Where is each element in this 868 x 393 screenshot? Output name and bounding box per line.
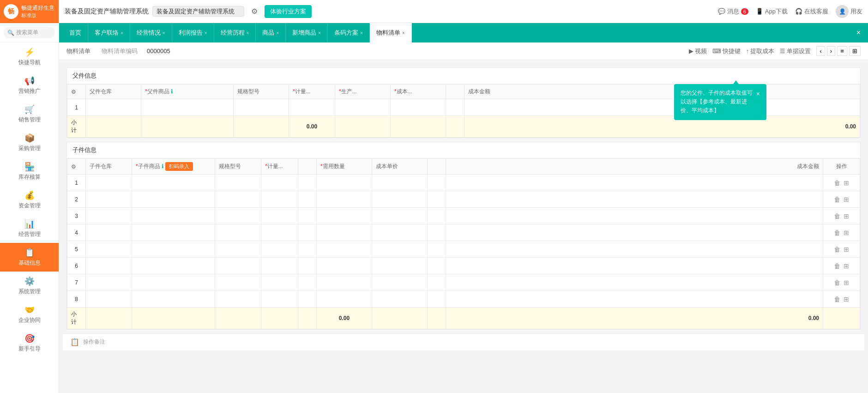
child-r8-product[interactable] — [132, 291, 215, 308]
child-r4-unit[interactable] — [261, 224, 298, 241]
child-r6-unit-cost[interactable] — [372, 258, 428, 274]
tab-bom-close[interactable]: × — [402, 30, 405, 36]
delete-icon-r2[interactable]: 🗑 — [834, 196, 840, 203]
search-trigger[interactable]: 🔍 搜索菜单 — [4, 27, 55, 38]
tab-customer[interactable]: 客户联络 × — [88, 23, 130, 42]
delete-icon-r1[interactable]: 🗑 — [834, 179, 840, 187]
child-r5-unit-cost[interactable] — [372, 241, 428, 258]
sidebar-item-guide[interactable]: 🎯 新手引导 — [0, 329, 59, 357]
child-r8-qty[interactable] — [317, 291, 372, 308]
child-r4-spec[interactable] — [215, 224, 261, 241]
child-r2-qty[interactable] — [317, 191, 372, 208]
shortcut-button[interactable]: ⌨ 快捷键 — [712, 47, 741, 55]
child-r1-unit[interactable] — [261, 175, 298, 191]
copy-icon-r4[interactable]: ⊞ — [844, 229, 849, 236]
sidebar-item-quick-nav[interactable]: ⚡ 快捷导航 — [0, 42, 59, 71]
child-r8-unit-cost[interactable] — [372, 291, 428, 308]
parent-col-settings[interactable]: ⚙ — [67, 85, 86, 99]
tab-products-close[interactable]: × — [276, 30, 279, 36]
child-r2-product[interactable] — [132, 191, 215, 208]
tab-barcode[interactable]: 条码方案 × — [328, 23, 370, 42]
grid-button[interactable]: ⊞ — [849, 46, 861, 56]
tab-customer-close[interactable]: × — [121, 30, 123, 36]
child-r4-warehouse[interactable] — [86, 224, 132, 241]
child-r8-unit[interactable] — [261, 291, 298, 308]
message-button[interactable]: 💬 消息 6 — [718, 7, 748, 16]
parent-row-1-produce[interactable] — [335, 99, 391, 116]
extract-cost-button[interactable]: ↑ 提取成本 — [746, 47, 775, 55]
child-r2-unit-cost[interactable] — [372, 191, 428, 208]
child-r2-unit[interactable] — [261, 191, 298, 208]
child-r3-warehouse[interactable] — [86, 208, 132, 224]
tab-products[interactable]: 商品 × — [256, 23, 286, 42]
app-download-button[interactable]: 📱 App下载 — [756, 7, 788, 16]
sidebar-item-inventory[interactable]: 🏪 库存核算 — [0, 157, 59, 186]
copy-icon-r3[interactable]: ⊞ — [844, 212, 849, 220]
child-r1-qty[interactable] — [317, 175, 372, 191]
sidebar-item-sales[interactable]: 🛒 销售管理 — [0, 100, 59, 128]
sidebar-item-operations[interactable]: 📊 经营管理 — [0, 214, 59, 243]
sidebar-item-purchase[interactable]: 📦 采购管理 — [0, 128, 59, 157]
copy-icon-r7[interactable]: ⊞ — [844, 279, 849, 286]
view-button[interactable]: ▶ 视频 — [689, 47, 707, 55]
copy-icon-r1[interactable]: ⊞ — [844, 179, 849, 187]
child-r5-warehouse[interactable] — [86, 241, 132, 258]
child-r2-spec[interactable] — [215, 191, 261, 208]
tab-barcode-close[interactable]: × — [360, 30, 363, 36]
child-r1-product[interactable] — [132, 175, 215, 191]
child-r5-qty[interactable] — [317, 241, 372, 258]
parent-row-1-unit[interactable] — [289, 99, 335, 116]
sidebar-item-basic-info[interactable]: 📋 基础信息 — [0, 243, 59, 272]
child-r4-unit-cost[interactable] — [372, 224, 428, 241]
delete-icon-r7[interactable]: 🗑 — [834, 279, 840, 286]
child-r7-qty[interactable] — [317, 274, 372, 291]
child-r1-spec[interactable] — [215, 175, 261, 191]
delete-icon-r4[interactable]: 🗑 — [834, 229, 840, 236]
list-button[interactable]: ≡ — [837, 46, 847, 56]
parent-row-1-cost[interactable] — [391, 99, 446, 116]
tab-operations-status[interactable]: 经营情况 × — [130, 23, 172, 42]
child-r1-warehouse[interactable] — [86, 175, 132, 191]
child-r7-unit[interactable] — [261, 274, 298, 291]
copy-icon-r2[interactable]: ⊞ — [844, 196, 849, 203]
tab-operations-status-close[interactable]: × — [163, 30, 165, 36]
prev-button[interactable]: ‹ — [816, 46, 825, 56]
tab-add-product[interactable]: 新增商品 × — [286, 23, 328, 42]
delete-icon-r5[interactable]: 🗑 — [834, 246, 840, 253]
child-r5-product[interactable] — [132, 241, 215, 258]
sidebar-item-finance[interactable]: 💰 资金管理 — [0, 186, 59, 214]
tab-history[interactable]: 经营历程 × — [214, 23, 256, 42]
tab-bom[interactable]: 物料清单 × — [370, 23, 412, 42]
experience-button[interactable]: 体验行业方案 — [265, 5, 312, 18]
tooltip-close-button[interactable]: × — [756, 89, 760, 99]
parent-row-1-warehouse[interactable] — [86, 99, 141, 116]
child-r3-product[interactable] — [132, 208, 215, 224]
copy-icon-r6[interactable]: ⊞ — [844, 262, 849, 270]
child-r6-unit[interactable] — [261, 258, 298, 274]
child-r5-spec[interactable] — [215, 241, 261, 258]
child-r8-warehouse[interactable] — [86, 291, 132, 308]
child-r7-unit-cost[interactable] — [372, 274, 428, 291]
child-r3-spec[interactable] — [215, 208, 261, 224]
single-settings-button[interactable]: ☰ 单据设置 — [780, 47, 811, 55]
child-r6-warehouse[interactable] — [86, 258, 132, 274]
child-r7-spec[interactable] — [215, 274, 261, 291]
child-r5-unit[interactable] — [261, 241, 298, 258]
delete-icon-r8[interactable]: 🗑 — [834, 296, 840, 303]
online-service-button[interactable]: 🎧 在线客服 — [795, 7, 828, 16]
sidebar-item-marketing[interactable]: 📢 营销推广 — [0, 71, 59, 100]
scan-button[interactable]: 扫码录入 — [165, 162, 193, 171]
child-r6-product[interactable] — [132, 258, 215, 274]
tab-profit[interactable]: 利润报告 × — [172, 23, 214, 42]
delete-icon-r6[interactable]: 🗑 — [834, 262, 840, 270]
child-r4-product[interactable] — [132, 224, 215, 241]
close-all-tabs[interactable]: × — [853, 27, 864, 39]
child-r8-spec[interactable] — [215, 291, 261, 308]
user-menu[interactable]: 👤 用友 — [836, 5, 862, 18]
tab-add-product-close[interactable]: × — [318, 30, 321, 36]
delete-icon-r3[interactable]: 🗑 — [834, 212, 840, 220]
child-r3-unit-cost[interactable] — [372, 208, 428, 224]
child-r3-unit[interactable] — [261, 208, 298, 224]
tab-profit-close[interactable]: × — [205, 30, 207, 36]
sidebar-item-system[interactable]: ⚙️ 系统管理 — [0, 272, 59, 300]
